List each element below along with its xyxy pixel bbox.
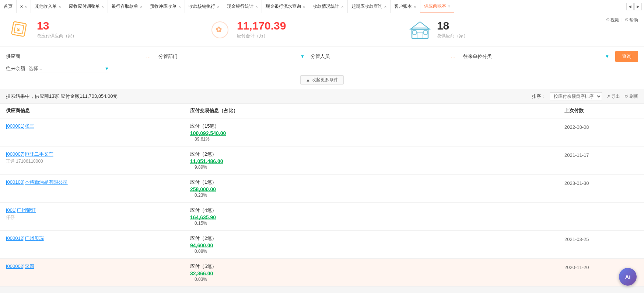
last-pay-hengwang: 2021-11-17 — [564, 151, 638, 158]
summary-text-payable-suppliers: 13 总应付供应商（家） — [37, 20, 77, 39]
close-receipt-verify-icon[interactable]: × — [217, 4, 219, 9]
nav-tab-ar-ap-adjust[interactable]: 应收应付调整单 × — [65, 0, 108, 13]
balance-select[interactable]: 选择... — [27, 65, 105, 72]
close-pre-receive-icon[interactable]: × — [178, 4, 181, 9]
divider: | — [622, 17, 623, 22]
ai-assistant-button[interactable]: Ai — [619, 268, 637, 286]
filter-dept: 分管部门 ▼ — [158, 53, 305, 60]
trans-amount-li4[interactable]: 32,366.00 — [190, 270, 564, 276]
trans-amount-bente[interactable]: 258,000.00 — [190, 186, 564, 192]
supplier-link-hengwang[interactable]: [000007]恒旺二手叉车 — [6, 151, 190, 158]
nav-tab-receipt-verify[interactable]: 收款核销执行 × — [185, 0, 223, 13]
nav-tab-cash-bank-flow[interactable]: 现金银行流水查询 × — [262, 0, 309, 13]
col-header-transaction: 应付交易信息（占比） — [190, 107, 564, 114]
result-bar: 搜索结果中，供应商13家 应付金额111,703,854.00元 排序： 按应付… — [0, 89, 644, 104]
close-tab-3-icon[interactable]: × — [25, 4, 27, 9]
dept-select-wrap: ▼ — [180, 53, 305, 60]
close-bank-deposit-icon[interactable]: × — [140, 4, 142, 9]
supplier-info-zhang3: [000001]张三 — [6, 123, 190, 130]
supplier-link-zhang3[interactable]: [000001]张三 — [6, 123, 190, 130]
sort-label: 排序： — [532, 93, 545, 100]
payable-suppliers-count: 13 — [37, 20, 77, 31]
payable-amount-value: 11,170.39 — [237, 20, 286, 31]
person-input-wrap: ... — [332, 53, 457, 60]
diamond-icon: ¥ — [9, 19, 31, 41]
sort-select[interactable]: 按应付余额倒序排序 — [550, 92, 602, 100]
trans-amount-guangzhou-bei[interactable]: 94,600.00 — [190, 242, 564, 248]
close-customer-book-icon[interactable]: × — [414, 4, 416, 9]
nav-tab-cash-bank-stat[interactable]: 现金银行统计 × — [223, 0, 262, 13]
supplier-info-li4: [000002]李四 — [6, 263, 190, 270]
nav-tab-customer-book[interactable]: 客户账本 × — [391, 0, 420, 13]
trans-label-li4: 应付（5笔） — [190, 263, 217, 269]
supplier-link-guangzhou-rong[interactable]: [001]广州荣轩 — [6, 207, 190, 214]
table-row: [000012]广州贝瑞 应付（2笔） 94,600.00 0.08% 2021… — [0, 231, 644, 259]
nav-tab-3[interactable]: 3 × — [17, 0, 31, 13]
dept-select[interactable] — [180, 53, 301, 60]
nav-tab-bank-deposit[interactable]: 银行存取款单 × — [108, 0, 146, 13]
refresh-icon: ↺ — [624, 94, 628, 99]
svg-text:¥: ¥ — [17, 27, 20, 32]
dept-dropdown-icon[interactable]: ▼ — [300, 54, 305, 59]
refresh-label: 刷新 — [629, 93, 638, 100]
trans-amount-hengwang[interactable]: 11,051,486.00 — [190, 158, 564, 164]
export-button[interactable]: ↗ 导出 — [606, 93, 620, 100]
summary-text-total-suppliers: 18 总供应商（家） — [437, 20, 468, 39]
close-ar-ap-adjust-icon[interactable]: × — [102, 4, 104, 9]
summary-item-total-suppliers: 18 总供应商（家） — [400, 13, 600, 46]
close-cash-bank-stat-icon[interactable]: × — [255, 4, 258, 9]
transaction-info-guangzhou-bei: 应付（2笔） 94,600.00 0.08% — [190, 235, 564, 254]
close-other-income-icon[interactable]: × — [59, 4, 61, 9]
trans-amount-guangzhou-rong[interactable]: 164,635.90 — [190, 214, 564, 220]
video-link[interactable]: 视频 — [610, 17, 619, 23]
supplier-dots-icon[interactable]: ... — [144, 53, 152, 60]
close-supplier-book-icon[interactable]: × — [448, 4, 450, 8]
filter-row-1: 供应商 ... 分管部门 ▼ 分管人员 ... — [6, 51, 638, 62]
supplier-link-bente[interactable]: [000100]本特勤油品有限公司 — [6, 179, 190, 186]
main-table: 供应商信息 应付交易信息（占比） 上次付数 [000001]张三 应付（15笔）… — [0, 104, 644, 287]
person-dots-icon[interactable]: ... — [449, 53, 457, 60]
nav-tab-overdue-ar[interactable]: 超期应收款查询 × — [348, 0, 391, 13]
summary-item-payable-suppliers: ¥ 13 总应付供应商（家） — [0, 13, 200, 46]
last-pay-guangzhou-bei: 2021-03-25 — [564, 235, 638, 242]
supplier-label: 供应商 — [6, 53, 20, 60]
close-cash-bank-flow-icon[interactable]: × — [303, 4, 305, 9]
category-dropdown-icon[interactable]: ▼ — [605, 54, 609, 59]
supplier-link-guangzhou-bei[interactable]: [000012]广州贝瑞 — [6, 235, 190, 242]
close-receipt-stat-icon[interactable]: × — [341, 4, 343, 9]
category-select[interactable] — [494, 53, 605, 60]
nav-tab-receipt-stat[interactable]: 收款情况统计 × — [309, 0, 347, 13]
filter-person: 分管人员 ... — [311, 53, 457, 60]
nav-tab-pre-receive[interactable]: 预收冲应收单 × — [146, 0, 185, 13]
svg-rect-9 — [424, 31, 427, 34]
supplier-sub-guangzhou-rong: 仔仔 — [6, 214, 190, 221]
person-input[interactable] — [332, 53, 449, 60]
supplier-input[interactable] — [22, 53, 144, 60]
refresh-button[interactable]: ↺ 刷新 — [624, 93, 638, 100]
table-row: [000002]李四 应付（5笔） 32,366.00 0.03% 2020-1… — [0, 259, 644, 287]
summary-text-payable-amount: 11,170.39 应付合计（万） — [237, 20, 286, 39]
last-pay-guangzhou-rong — [564, 207, 638, 208]
table-row: [001]广州荣轩 仔仔 应付（4笔） 164,635.90 0.15% — [0, 203, 644, 231]
trans-label-zhang3: 应付（15笔） — [190, 123, 219, 129]
transaction-info-zhang3: 应付（15笔） 100,092,540.00 89.61% — [190, 123, 564, 142]
search-button[interactable]: 查询 — [615, 51, 638, 62]
svg-rect-8 — [413, 31, 416, 34]
ai-label: Ai — [625, 274, 631, 280]
result-summary-text: 搜索结果中，供应商13家 应付金额111,703,854.00元 — [6, 93, 118, 100]
help-link[interactable]: 帮助 — [629, 17, 638, 23]
close-overdue-ar-icon[interactable]: × — [384, 4, 386, 9]
balance-select-wrap: 选择... ▼ — [27, 65, 109, 72]
col-header-supplier: 供应商信息 — [6, 107, 190, 114]
supplier-link-li4[interactable]: [000002]李四 — [6, 263, 190, 270]
nav-tab-home[interactable]: 首页 — [0, 0, 17, 13]
nav-next-button[interactable]: ▶ — [634, 3, 642, 10]
nav-prev-button[interactable]: ◀ — [626, 3, 634, 10]
supplier-info-guangzhou-bei: [000012]广州贝瑞 — [6, 235, 190, 242]
trans-amount-zhang3[interactable]: 100,092,540.00 — [190, 130, 564, 136]
nav-tab-supplier-book[interactable]: 供应商账本 × — [420, 0, 454, 13]
svg-rect-5 — [412, 28, 428, 38]
collapse-button[interactable]: ▲ 收起更多条件 — [300, 75, 344, 85]
balance-dropdown-icon[interactable]: ▼ — [105, 66, 109, 71]
nav-tab-other-income[interactable]: 其他收入单 × — [31, 0, 65, 13]
